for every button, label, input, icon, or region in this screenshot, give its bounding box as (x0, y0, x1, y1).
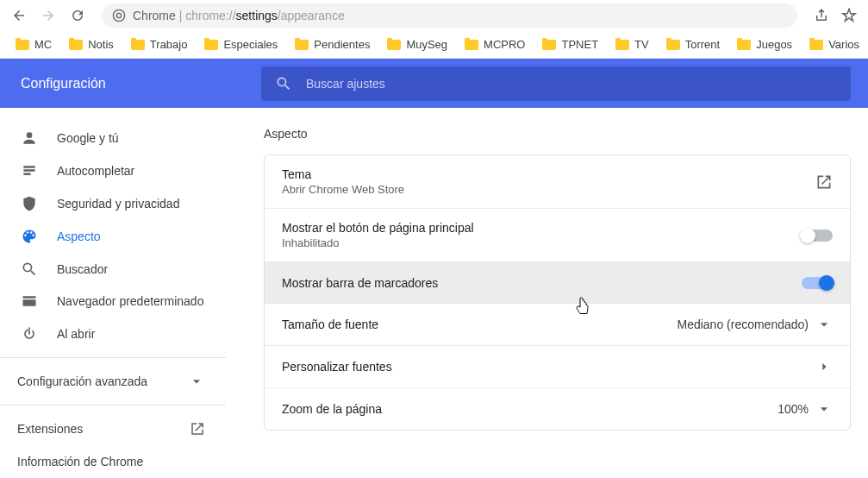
folder-icon (465, 40, 478, 50)
folder-icon (809, 40, 823, 50)
url-path2: settings (236, 9, 278, 22)
row-subtitle: Inhabilitado (282, 236, 474, 249)
power-icon (21, 325, 38, 343)
sidebar-item-google[interactable]: Google y tú (0, 122, 226, 154)
bookmark-item[interactable]: Pendientes (288, 35, 377, 54)
bookmark-label: MuySeg (406, 38, 447, 51)
bookmark-label: Trabajo (150, 38, 188, 51)
row-customize-fonts[interactable]: Personalizar fuentes (265, 346, 850, 388)
bookmark-item[interactable]: TPNET (535, 35, 605, 54)
row-page-zoom[interactable]: Zoom de la página 100% (265, 388, 850, 430)
row-title: Tema (282, 167, 404, 181)
bookmark-item[interactable]: Trabajo (124, 35, 195, 54)
sidebar-extensions-label: Extensiones (17, 422, 83, 436)
sidebar-item-search[interactable]: Buscador (0, 253, 226, 286)
bookmark-item[interactable]: MCPRO (458, 35, 532, 54)
bookmark-item[interactable]: Juegos (730, 35, 799, 54)
bookmark-item[interactable]: Notis (62, 35, 121, 54)
bookmark-label: TV (634, 38, 649, 51)
bookmark-label: MC (34, 38, 52, 51)
url-scheme: Chrome (133, 9, 176, 22)
row-font-size[interactable]: Tamaño de fuente Mediano (recomendado) (265, 304, 850, 346)
search-box[interactable] (261, 66, 851, 101)
bookmark-item[interactable]: MuySeg (380, 35, 454, 54)
sidebar-item-security[interactable]: Seguridad y privacidad (0, 187, 226, 220)
row-title: Tamaño de fuente (282, 318, 378, 331)
row-title: Zoom de la página (282, 402, 382, 416)
folder-icon (131, 40, 145, 50)
bookmark-item[interactable]: Varios (802, 35, 866, 54)
section-title: Aspecto (264, 127, 851, 141)
font-size-value: Mediano (recomendado) (677, 318, 809, 331)
share-button[interactable] (809, 3, 834, 28)
chrome-icon (112, 9, 126, 22)
toggle-home-button[interactable] (802, 230, 833, 242)
back-button[interactable] (7, 3, 31, 28)
url-path3: /appearance (278, 9, 345, 22)
bookmark-label: Especiales (223, 38, 278, 51)
bookmark-label: Notis (88, 38, 114, 51)
sidebar-item-label: Aspecto (57, 230, 101, 243)
zoom-value: 100% (777, 402, 809, 416)
bookmark-label: TPNET (561, 38, 598, 51)
reload-button[interactable] (66, 3, 90, 28)
toggle-bookmarks-bar[interactable] (802, 277, 833, 289)
address-bar[interactable]: Chrome | chrome://settings/appearance (102, 3, 797, 28)
row-theme[interactable]: Tema Abrir Chrome Web Store (265, 155, 850, 209)
sidebar-advanced[interactable]: Configuración avanzada (0, 365, 226, 398)
browser-icon (21, 292, 38, 310)
folder-icon (387, 40, 401, 50)
forward-button[interactable] (36, 3, 60, 28)
sidebar-item-label: Buscador (57, 262, 108, 276)
row-title: Mostrar el botón de página principal (282, 221, 474, 235)
sidebar-item-on-startup[interactable]: Al abrir (0, 318, 226, 350)
search-input[interactable] (306, 77, 837, 91)
row-home-button[interactable]: Mostrar el botón de página principal Inh… (265, 209, 850, 262)
sidebar-item-autofill[interactable]: Autocompletar (0, 154, 226, 187)
bookmark-item[interactable]: TV (609, 35, 656, 54)
shield-icon (21, 195, 38, 212)
external-link-icon (190, 421, 205, 437)
sidebar-item-label: Navegador predeterminado (57, 294, 203, 308)
bookmark-item[interactable]: Especiales (197, 35, 284, 54)
content-area: Aspecto Tema Abrir Chrome Web Store Most… (226, 108, 868, 478)
share-icon (814, 8, 829, 23)
browser-nav-bar: Chrome | chrome://settings/appearance (0, 0, 868, 31)
row-bookmarks-bar[interactable]: Mostrar barra de marcadores (265, 262, 850, 304)
row-subtitle: Abrir Chrome Web Store (282, 183, 404, 196)
settings-card: Tema Abrir Chrome Web Store Mostrar el b… (264, 154, 851, 431)
url-path1: chrome:// (185, 9, 235, 22)
sidebar-extensions[interactable]: Extensiones (0, 412, 226, 445)
bookmark-item[interactable]: Torrent (659, 35, 727, 54)
autofill-icon (21, 162, 38, 179)
dropdown-icon (815, 400, 833, 418)
folder-icon (16, 40, 29, 50)
sidebar-item-default-browser[interactable]: Navegador predeterminado (0, 286, 226, 318)
bookmarks-bar: MCNotisTrabajoEspecialesPendientesMuySeg… (0, 31, 868, 59)
sidebar-about[interactable]: Información de Chrome (0, 445, 226, 478)
folder-icon (295, 40, 309, 50)
external-link-icon (815, 173, 833, 191)
folder-icon (615, 40, 629, 50)
arrow-right-icon (41, 8, 56, 23)
search-icon (21, 261, 38, 278)
settings-header: Configuración (0, 59, 868, 108)
bookmark-label: Pendientes (314, 38, 370, 51)
page-title: Configuración (0, 76, 261, 91)
row-title: Personalizar fuentes (282, 360, 392, 374)
search-icon (275, 75, 292, 92)
bookmark-star-button[interactable] (837, 3, 861, 28)
folder-icon (666, 40, 680, 50)
bookmark-label: Varios (828, 38, 859, 51)
bookmark-item[interactable]: MC (9, 35, 59, 54)
chevron-right-icon (815, 358, 833, 375)
sidebar: Google y tú Autocompletar Seguridad y pr… (0, 108, 226, 478)
arrow-left-icon (11, 8, 27, 23)
palette-icon (21, 228, 38, 245)
sidebar-item-label: Seguridad y privacidad (57, 197, 179, 211)
person-icon (21, 129, 38, 147)
sidebar-item-label: Google y tú (57, 131, 119, 145)
sidebar-item-appearance[interactable]: Aspecto (0, 220, 226, 253)
dropdown-icon (815, 316, 833, 333)
folder-icon (542, 40, 556, 50)
